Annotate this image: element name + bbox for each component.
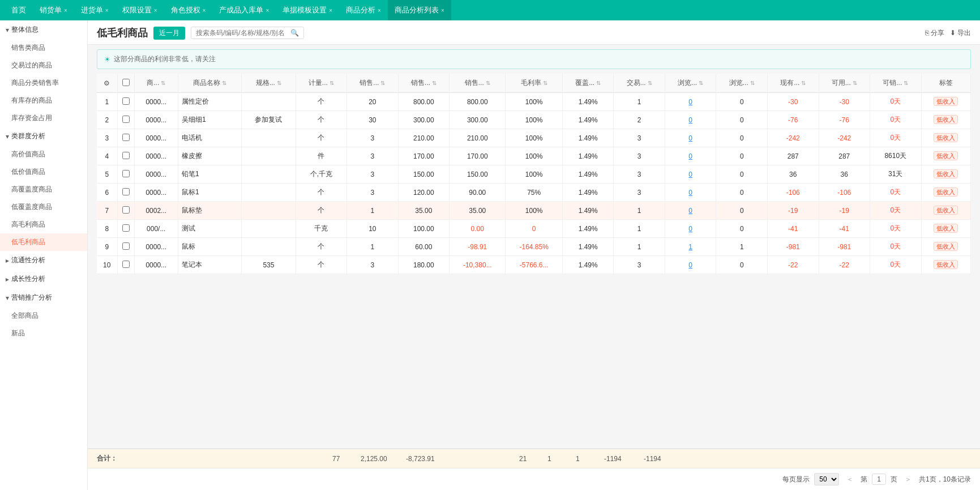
row-name[interactable]: 鼠标1 [178, 184, 242, 202]
row-name[interactable]: 电话机 [178, 129, 242, 147]
close-icon[interactable]: × [105, 7, 109, 14]
row-view1[interactable]: 0 [665, 220, 716, 238]
row-checkbox[interactable] [117, 147, 134, 165]
search-icon[interactable]: 🔍 [290, 29, 299, 37]
nav-template-settings[interactable]: 单据模板设置 × [276, 0, 339, 20]
sort-icon[interactable]: ⇅ [329, 80, 334, 86]
row-checkbox[interactable] [117, 165, 134, 184]
col-available-stock[interactable]: 可用... ⇅ [819, 74, 870, 93]
share-button[interactable]: ⎘ 分享 [925, 28, 944, 38]
sort-icon[interactable]: ⇅ [648, 80, 652, 86]
sidebar-item-all-goods[interactable]: 全部商品 [0, 307, 87, 325]
sort-icon[interactable]: ⇅ [432, 80, 436, 86]
sidebar-item-sales-goods[interactable]: 销售类商品 [0, 39, 87, 57]
row-select-checkbox[interactable] [122, 188, 130, 195]
close-icon[interactable]: × [64, 7, 67, 14]
row-view1[interactable]: 0 [665, 111, 716, 129]
row-checkbox[interactable] [117, 93, 134, 111]
row-checkbox[interactable] [117, 238, 134, 256]
row-view1[interactable]: 0 [665, 93, 716, 111]
row-name[interactable]: 测试 [178, 220, 242, 238]
row-select-checkbox[interactable] [122, 152, 130, 159]
sidebar-item-high-coverage[interactable]: 高覆盖度商品 [0, 181, 87, 198]
select-all-checkbox[interactable] [122, 79, 130, 86]
nav-product-analysis-list[interactable]: 商品分析列表 × [388, 0, 451, 20]
sort-icon[interactable]: ⇅ [596, 80, 601, 86]
row-view1[interactable]: 0 [665, 165, 716, 184]
sort-icon[interactable]: ⇅ [277, 80, 281, 86]
row-name[interactable]: 属性定价 [178, 93, 242, 111]
sidebar-group-cluster[interactable]: ▾ 类群度分析 [0, 127, 87, 146]
sidebar-item-low-margin[interactable]: 低毛利商品 [0, 233, 87, 251]
nav-home[interactable]: 首页 [5, 0, 33, 20]
row-checkbox[interactable] [117, 129, 134, 147]
nav-product-entry[interactable]: 产成品入库单 × [212, 0, 276, 20]
per-page-select[interactable]: 50 [814, 473, 839, 485]
sidebar-item-new-products[interactable]: 新品 [0, 325, 87, 342]
sidebar-group-marketing[interactable]: ▾ 营销推广分析 [0, 288, 87, 307]
sidebar-item-category-rate[interactable]: 商品分类销售率 [0, 74, 87, 92]
sort-icon[interactable]: ⇅ [380, 80, 385, 86]
row-select-checkbox[interactable] [122, 116, 130, 123]
sidebar-item-high-value[interactable]: 高价值商品 [0, 146, 87, 163]
col-sales-profit[interactable]: 销售... ⇅ [450, 74, 506, 93]
sort-icon[interactable]: ⇅ [543, 80, 547, 86]
close-icon[interactable]: × [154, 7, 157, 14]
row-name[interactable]: 笔记本 [178, 256, 242, 274]
sort-icon[interactable]: ⇅ [801, 80, 806, 86]
col-code[interactable]: 商... ⇅ [134, 74, 178, 93]
col-spec[interactable]: 规格... ⇅ [242, 74, 296, 93]
row-checkbox[interactable] [117, 184, 134, 202]
sort-icon[interactable]: ⇅ [904, 80, 908, 86]
row-view1[interactable]: 0 [665, 202, 716, 220]
nav-purchase-order[interactable]: 进货单 × [74, 0, 115, 20]
nav-role-auth[interactable]: 角色授权 × [164, 0, 213, 20]
sidebar-group-overall[interactable]: ▾ 整体信息 [0, 20, 87, 39]
sort-icon[interactable]: ⇅ [750, 80, 755, 86]
row-checkbox[interactable] [117, 202, 134, 220]
col-name[interactable]: 商品名称 ⇅ [178, 74, 242, 93]
settings-icon[interactable]: ⚙ [104, 79, 110, 87]
date-filter-button[interactable]: 近一月 [153, 27, 185, 40]
row-name[interactable]: 吴细细1 [178, 111, 242, 129]
sort-icon[interactable]: ⇅ [699, 80, 703, 86]
row-view1[interactable]: 0 [665, 129, 716, 147]
row-name[interactable]: 鼠标垫 [178, 202, 242, 220]
row-checkbox[interactable] [117, 256, 134, 274]
nav-sales-order[interactable]: 销货单 × [33, 0, 74, 20]
col-view2[interactable]: 浏览... ⇅ [716, 74, 768, 93]
row-select-checkbox[interactable] [122, 242, 130, 250]
col-sales-count[interactable]: 销售... ⇅ [347, 74, 399, 93]
sidebar-item-in-stock[interactable]: 有库存的商品 [0, 92, 87, 109]
row-select-checkbox[interactable] [122, 261, 130, 268]
row-view1[interactable]: 0 [665, 184, 716, 202]
col-current-stock[interactable]: 现有... ⇅ [767, 74, 819, 93]
sort-icon[interactable]: ⇅ [853, 80, 857, 86]
row-checkbox[interactable] [117, 220, 134, 238]
row-select-checkbox[interactable] [122, 206, 130, 214]
nav-permission-settings[interactable]: 权限设置 × [115, 0, 164, 20]
sidebar-item-low-coverage[interactable]: 低覆盖度商品 [0, 198, 87, 216]
export-button[interactable]: ⬇ 导出 [950, 28, 971, 38]
row-view1[interactable]: 0 [665, 147, 716, 165]
col-unit[interactable]: 计量... ⇅ [296, 74, 347, 93]
col-view1[interactable]: 浏览... ⇅ [665, 74, 716, 93]
sidebar-group-flow[interactable]: ▸ 流通性分析 [0, 251, 87, 270]
close-icon[interactable]: × [378, 7, 381, 14]
nav-product-analysis[interactable]: 商品分析 × [339, 0, 388, 20]
row-select-checkbox[interactable] [122, 224, 130, 232]
sidebar-group-growth[interactable]: ▸ 成长性分析 [0, 270, 87, 288]
row-select-checkbox[interactable] [122, 170, 130, 177]
next-page-button[interactable]: ＞ [902, 474, 914, 485]
col-gross-margin[interactable]: 毛利率 ⇅ [506, 74, 562, 93]
row-name[interactable]: 鼠标 [178, 238, 242, 256]
row-select-checkbox[interactable] [122, 97, 130, 105]
col-settings[interactable]: ⚙ [97, 74, 117, 93]
col-saleable-days[interactable]: 可销... ⇅ [870, 74, 922, 93]
sidebar-item-stock-fund[interactable]: 库存资金占用 [0, 109, 87, 127]
close-icon[interactable]: × [329, 7, 332, 14]
sidebar-item-high-margin[interactable]: 高毛利商品 [0, 216, 87, 233]
row-name[interactable]: 铅笔1 [178, 165, 242, 184]
close-icon[interactable]: × [203, 7, 206, 14]
row-checkbox[interactable] [117, 111, 134, 129]
